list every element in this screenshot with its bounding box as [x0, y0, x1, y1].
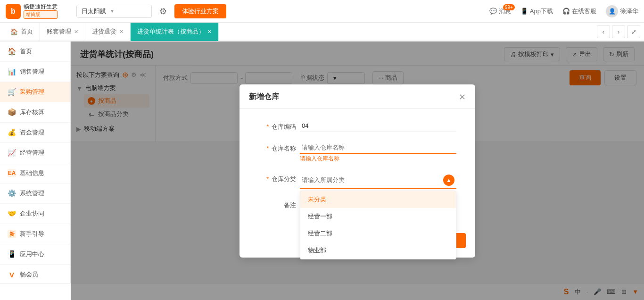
category-label-text: 仓库分类 [272, 175, 296, 183]
sidebar-operation-label: 经营管理 [20, 149, 44, 157]
online-service-btn[interactable]: 🎧 在线客服 [562, 7, 596, 16]
code-field-row: * 仓库编码 [258, 120, 456, 132]
dropdown-item-dept1[interactable]: 经营一部 [300, 208, 456, 225]
code-label: * 仓库编码 [258, 120, 296, 131]
tab-purchase-return[interactable]: 进货退货 ✕ [85, 22, 131, 41]
sidebar-item-guide[interactable]: 新 新手引导 [0, 224, 70, 244]
message-btn[interactable]: 💬 消息 99+ [489, 7, 511, 16]
username: 徐泽华 [620, 7, 638, 16]
sales-icon: 📊 [8, 67, 16, 76]
sidebar-item-system[interactable]: ⚙️ 系统管理 [0, 183, 70, 204]
note-label-text: 备注 [284, 201, 296, 208]
category-field-row: * 仓库分类 ▲ 未分类 经营一部 经 [258, 172, 456, 189]
vip-icon: V [8, 270, 16, 279]
modal-overlay[interactable]: 新增仓库 ✕ * 仓库编码 [71, 42, 644, 300]
name-field-row: * 仓库名称 请输入仓库名称 [258, 142, 456, 163]
add-warehouse-modal: 新增仓库 ✕ * 仓库编码 [239, 84, 475, 258]
sidebar-inventory-label: 库存核算 [20, 108, 44, 117]
category-input-wrapper: ▲ 未分类 经营一部 经营二部 物业部 [300, 172, 456, 189]
category-required-star: * [266, 175, 269, 183]
name-input[interactable] [300, 142, 456, 154]
guide-icon: 新 [8, 230, 16, 238]
sidebar-apps-label: 应用中心 [20, 250, 44, 258]
app-label: App下载 [530, 7, 553, 16]
tab-right-actions: ‹ › ⤢ [597, 25, 644, 38]
sidebar-item-purchase[interactable]: 🛒 采购管理 [0, 82, 70, 102]
logo-char: b [11, 7, 16, 16]
category-input-row: ▲ [300, 172, 456, 189]
sidebar-item-apps[interactable]: 📱 应用中心 [0, 244, 70, 265]
modal-body: * 仓库编码 * 仓库名称 [239, 108, 475, 227]
user-avatar-btn[interactable]: 👤 徐泽华 [606, 5, 638, 17]
avatar: 👤 [606, 5, 618, 17]
modal-header: 新增仓库 ✕ [239, 84, 475, 108]
name-label: * 仓库名称 [258, 142, 296, 153]
name-label-text: 仓库名称 [272, 145, 296, 152]
category-dropdown: 未分类 经营一部 经营二部 物业部 [300, 191, 456, 259]
category-label: * 仓库分类 [258, 172, 296, 183]
dropdown-item-property[interactable]: 物业部 [300, 242, 456, 259]
apps-icon: 📱 [8, 250, 16, 258]
content-area: 进货单统计(按商品) 🖨 按模板打印 ▾ ↗ 导出 ↻ 刷新 [71, 42, 644, 300]
trial-button[interactable]: 体验行业方案 [174, 4, 226, 18]
sidebar-item-basic[interactable]: EA 基础信息 [0, 163, 70, 183]
sidebar-finance-label: 资金管理 [20, 128, 44, 137]
home-icon: 🏠 [10, 28, 18, 35]
headset-icon: 🎧 [562, 8, 570, 15]
tab-purchase-return-label: 进货退货 [92, 27, 116, 36]
modal-title: 新增仓库 [249, 92, 279, 102]
header-right: 💬 消息 99+ 📱 App下载 🎧 在线客服 👤 徐泽华 [489, 5, 638, 17]
sidebar-item-operation[interactable]: 📈 经营管理 [0, 143, 70, 163]
tab-prev-btn[interactable]: ‹ [597, 25, 610, 38]
operation-icon: 📈 [8, 149, 16, 157]
tab-expand-btn[interactable]: ⤢ [627, 25, 640, 38]
store-selector-arrow: ▼ [110, 8, 115, 14]
sidebar-purchase-label: 采购管理 [20, 88, 44, 96]
category-input[interactable] [302, 176, 441, 183]
home-sidebar-icon: 🏠 [8, 47, 16, 56]
sidebar-home-label: 首页 [20, 47, 32, 56]
sidebar-item-collab[interactable]: 🤝 企业协同 [0, 204, 70, 224]
logo-text-block: 畅捷通好生意 精简版 [24, 3, 58, 19]
system-icon: ⚙️ [8, 189, 16, 198]
logo-icon: b [6, 4, 21, 19]
tab-account-close[interactable]: ✕ [74, 29, 78, 35]
sidebar-item-inventory[interactable]: 📦 库存核算 [0, 102, 70, 123]
sidebar-collab-label: 企业协同 [20, 209, 44, 218]
service-label: 在线客服 [572, 7, 596, 16]
modal-close-btn[interactable]: ✕ [459, 92, 466, 102]
tab-purchase-stats-close[interactable]: ✕ [207, 29, 212, 35]
app-icon: 📱 [520, 8, 528, 15]
message-badge: 99+ [503, 4, 515, 10]
sidebar-item-vip[interactable]: V 畅会员 [0, 265, 70, 285]
dropdown-item-dept2[interactable]: 经营二部 [300, 225, 456, 242]
tab-home[interactable]: 🏠 首页 [4, 22, 40, 41]
tab-next-btn[interactable]: › [612, 25, 625, 38]
logo-text: 畅捷通好生意 [24, 3, 58, 11]
tab-purchase-stats[interactable]: 进货单统计表（按商品） ✕ [131, 22, 219, 41]
sidebar-system-label: 系统管理 [20, 189, 44, 198]
note-label: 备注 [258, 198, 296, 209]
sidebar-item-finance[interactable]: 💰 资金管理 [0, 123, 70, 143]
name-required-star: * [266, 145, 269, 152]
logo-badge: 精简版 [24, 10, 58, 19]
message-icon: 💬 [489, 8, 497, 15]
sidebar-guide-label: 新手引导 [20, 230, 44, 238]
sidebar-item-sales[interactable]: 📊 销售管理 [0, 62, 70, 82]
tab-home-label: 首页 [21, 27, 33, 36]
category-dropdown-toggle[interactable]: ▲ [443, 175, 454, 186]
purchase-icon: 🛒 [8, 88, 16, 96]
app-download-btn[interactable]: 📱 App下载 [520, 7, 553, 16]
basic-icon: EA [8, 169, 16, 177]
dropdown-item-unclassified[interactable]: 未分类 [300, 191, 456, 208]
inventory-icon: 📦 [8, 108, 16, 117]
code-required-star: * [266, 123, 269, 130]
tab-purchase-return-close[interactable]: ✕ [119, 29, 124, 35]
store-selector[interactable]: 日太阳膜 ▼ [76, 5, 152, 18]
store-name: 日太阳膜 [82, 7, 106, 16]
tab-account[interactable]: 账套管理 ✕ [40, 22, 85, 41]
gear-button[interactable]: ⚙ [156, 4, 171, 19]
collab-icon: 🤝 [8, 209, 16, 218]
sidebar-item-home[interactable]: 🏠 首页 [0, 42, 70, 62]
code-input[interactable] [300, 120, 456, 132]
